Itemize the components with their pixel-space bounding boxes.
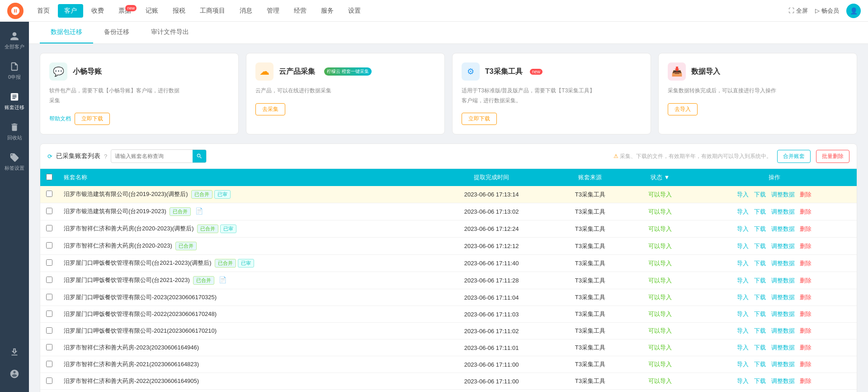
action-download[interactable]: 下载 xyxy=(754,208,766,215)
merge-accounts-btn[interactable]: 合并账套 xyxy=(777,150,811,163)
help-icon[interactable]: ? xyxy=(104,153,107,160)
nav-industrial[interactable]: 工商项目 xyxy=(193,4,231,18)
row-checkbox[interactable] xyxy=(46,327,52,334)
action-delete[interactable]: 删除 xyxy=(800,327,811,334)
nav-message[interactable]: 消息 xyxy=(233,4,259,18)
row-checkbox[interactable] xyxy=(46,259,52,266)
action-download[interactable]: 下载 xyxy=(754,327,766,334)
sidebar-item-tag-settings[interactable]: 标签设置 xyxy=(0,147,29,177)
nav-home[interactable]: 首页 xyxy=(31,4,56,18)
action-import[interactable]: 导入 xyxy=(737,361,749,368)
select-all-checkbox[interactable] xyxy=(46,174,52,180)
row-checkbox[interactable] xyxy=(46,191,52,197)
nav-service[interactable]: 服务 xyxy=(315,4,340,18)
row-checkbox-cell[interactable] xyxy=(40,220,58,238)
action-import[interactable]: 导入 xyxy=(737,294,749,301)
action-adjust[interactable]: 调整数据 xyxy=(771,243,795,249)
action-download[interactable]: 下载 xyxy=(754,378,766,384)
nav-management[interactable]: 管理 xyxy=(260,4,286,18)
action-download[interactable]: 下载 xyxy=(754,243,766,249)
row-checkbox-cell[interactable] xyxy=(40,289,58,306)
action-adjust[interactable]: 调整数据 xyxy=(771,361,795,368)
tab-audit-export[interactable]: 审计文件导出 xyxy=(140,22,200,43)
search-button[interactable] xyxy=(193,150,206,163)
xiaochang-help-link[interactable]: 帮助文档 xyxy=(49,115,71,123)
row-checkbox-cell[interactable] xyxy=(40,255,58,272)
row-checkbox[interactable] xyxy=(46,361,52,367)
nav-accounting[interactable]: 记账 xyxy=(139,4,165,18)
action-delete[interactable]: 删除 xyxy=(800,311,811,317)
action-import[interactable]: 导入 xyxy=(737,208,749,215)
action-download[interactable]: 下载 xyxy=(754,361,766,368)
row-checkbox-cell[interactable] xyxy=(40,390,58,392)
action-download[interactable]: 下载 xyxy=(754,260,766,267)
row-checkbox-cell[interactable] xyxy=(40,323,58,339)
action-delete[interactable]: 删除 xyxy=(800,378,811,384)
action-delete[interactable]: 删除 xyxy=(800,344,811,351)
file-icon[interactable]: 📄 xyxy=(195,207,203,215)
row-checkbox[interactable] xyxy=(46,311,52,317)
row-checkbox-cell[interactable] xyxy=(40,238,58,255)
tab-backup-migration[interactable]: 备份迁移 xyxy=(93,22,140,43)
nav-settings[interactable]: 设置 xyxy=(342,4,367,18)
action-download[interactable]: 下载 xyxy=(754,311,766,317)
action-delete[interactable]: 删除 xyxy=(800,277,811,284)
action-adjust[interactable]: 调整数据 xyxy=(771,378,795,384)
row-checkbox[interactable] xyxy=(46,242,52,249)
row-checkbox-cell[interactable] xyxy=(40,272,58,289)
search-input[interactable] xyxy=(111,153,193,159)
nav-invoice[interactable]: 票据 new xyxy=(112,4,137,18)
action-delete[interactable]: 删除 xyxy=(800,243,811,249)
nav-billing[interactable]: 收费 xyxy=(85,4,110,18)
action-adjust[interactable]: 调整数据 xyxy=(771,344,795,351)
member-btn[interactable]: ▷ 畅会员 xyxy=(815,7,839,15)
xiaochang-download-btn[interactable]: 立即下载 xyxy=(75,113,110,125)
action-import[interactable]: 导入 xyxy=(737,311,749,317)
action-adjust[interactable]: 调整数据 xyxy=(771,208,795,215)
sidebar-item-all-clients[interactable]: 全部客户 xyxy=(0,25,29,56)
row-checkbox[interactable] xyxy=(46,277,52,283)
action-import[interactable]: 导入 xyxy=(737,191,749,198)
row-checkbox[interactable] xyxy=(46,208,52,214)
t3-download-btn[interactable]: 立即下载 xyxy=(462,113,497,125)
action-download[interactable]: 下载 xyxy=(754,277,766,284)
user-avatar[interactable]: 👤 xyxy=(846,4,861,18)
sidebar-item-zero-declare[interactable]: 0申报 xyxy=(0,56,29,86)
action-import[interactable]: 导入 xyxy=(737,260,749,267)
action-download[interactable]: 下载 xyxy=(754,191,766,198)
import-go-btn[interactable]: 去导入 xyxy=(668,103,698,115)
header-status[interactable]: 状态 ▼ xyxy=(628,169,692,186)
row-checkbox[interactable] xyxy=(46,344,52,350)
action-download[interactable]: 下载 xyxy=(754,225,766,232)
action-adjust[interactable]: 调整数据 xyxy=(771,294,795,301)
row-checkbox-cell[interactable] xyxy=(40,373,58,390)
action-delete[interactable]: 删除 xyxy=(800,294,811,301)
nav-customer[interactable]: 客户 xyxy=(58,4,83,18)
sidebar-item-download[interactable] xyxy=(0,341,29,363)
action-delete[interactable]: 删除 xyxy=(800,191,811,198)
header-checkbox[interactable] xyxy=(40,169,58,186)
fullscreen-btn[interactable]: ⛶ 全屏 xyxy=(788,7,808,15)
action-adjust[interactable]: 调整数据 xyxy=(771,225,795,232)
action-download[interactable]: 下载 xyxy=(754,294,766,301)
sidebar-item-account-migrate[interactable]: 账套迁移 xyxy=(0,86,29,116)
action-adjust[interactable]: 调整数据 xyxy=(771,327,795,334)
row-checkbox-cell[interactable] xyxy=(40,186,58,203)
nav-tax[interactable]: 报税 xyxy=(166,4,192,18)
row-checkbox-cell[interactable] xyxy=(40,306,58,323)
action-adjust[interactable]: 调整数据 xyxy=(771,260,795,267)
action-delete[interactable]: 删除 xyxy=(800,208,811,215)
row-checkbox-cell[interactable] xyxy=(40,356,58,373)
action-delete[interactable]: 删除 xyxy=(800,260,811,267)
action-import[interactable]: 导入 xyxy=(737,327,749,334)
action-adjust[interactable]: 调整数据 xyxy=(771,277,795,284)
tab-data-migration[interactable]: 数据包迁移 xyxy=(40,22,93,43)
refresh-btn[interactable]: ⟳ xyxy=(47,153,52,160)
nav-operations[interactable]: 经营 xyxy=(288,4,313,18)
action-adjust[interactable]: 调整数据 xyxy=(771,311,795,317)
action-import[interactable]: 导入 xyxy=(737,243,749,249)
action-delete[interactable]: 删除 xyxy=(800,225,811,232)
action-delete[interactable]: 删除 xyxy=(800,361,811,368)
action-import[interactable]: 导入 xyxy=(737,277,749,284)
row-checkbox[interactable] xyxy=(46,225,52,231)
